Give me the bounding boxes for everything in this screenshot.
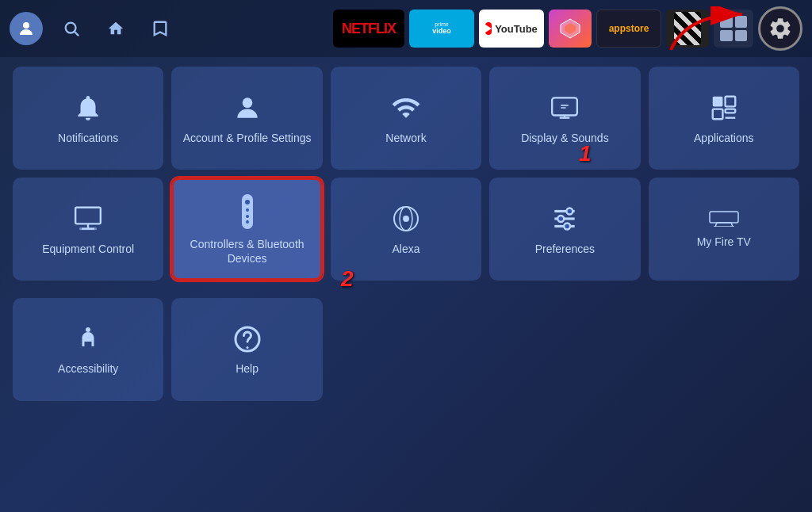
appstore-app[interactable]: appstore: [596, 10, 661, 48]
svg-rect-18: [79, 227, 97, 230]
cinema-app[interactable]: [666, 10, 709, 48]
alexa-label: Alexa: [392, 242, 419, 256]
equipment-control-label: Equipment Control: [42, 242, 134, 256]
svg-rect-15: [75, 208, 101, 224]
prime-video-app[interactable]: prime video: [409, 10, 474, 48]
controllers-bluetooth-label: Controllers & Bluetooth Devices: [182, 237, 312, 266]
prime-label: video: [432, 28, 451, 36]
appstore-label: appstore: [609, 23, 649, 34]
help-label: Help: [236, 361, 259, 376]
svg-rect-12: [725, 109, 735, 113]
bookmark-icon[interactable]: [144, 13, 176, 44]
svg-point-23: [246, 220, 249, 224]
help-tile[interactable]: Help: [171, 298, 322, 401]
alexa-tile[interactable]: Alexa: [331, 178, 481, 281]
svg-point-30: [567, 208, 573, 215]
home-icon[interactable]: [100, 13, 132, 44]
svg-point-26: [403, 216, 409, 222]
custom-app-icon: [558, 17, 582, 40]
myfiretv-tile[interactable]: My Fire TV: [649, 178, 799, 281]
display-sounds-label: Display & Sounds: [521, 131, 609, 145]
notifications-tile[interactable]: Notifications: [13, 67, 163, 170]
grid-dot-3: [720, 30, 733, 42]
account-label: Account & Profile Settings: [183, 131, 312, 145]
person-icon: [232, 93, 262, 123]
network-tile[interactable]: Network: [331, 67, 481, 170]
svg-point-6: [242, 97, 252, 108]
accessibility-tile[interactable]: Accessibility: [13, 298, 163, 401]
applications-label: Applications: [694, 131, 754, 145]
svg-point-38: [86, 327, 90, 332]
equipment-control-tile[interactable]: Equipment Control: [13, 178, 163, 281]
nav-left-icons: [10, 12, 176, 45]
svg-rect-14: [713, 109, 723, 119]
annotation-number-2: 2: [341, 266, 354, 292]
user-avatar[interactable]: [10, 12, 43, 45]
settings-button[interactable]: [758, 6, 802, 51]
svg-point-22: [246, 215, 249, 218]
app-bar: NETFLIX prime video YouTube appstore: [333, 6, 802, 51]
youtube-label: YouTube: [495, 23, 538, 35]
accessibility-icon: [74, 325, 102, 353]
grid-dot-2: [735, 16, 748, 28]
wifi-icon: [391, 93, 421, 123]
svg-rect-11: [725, 97, 735, 107]
controllers-bluetooth-tile[interactable]: Controllers & Bluetooth Devices: [171, 178, 322, 281]
search-icon[interactable]: [56, 13, 87, 44]
applications-icon: [709, 93, 739, 123]
svg-line-2: [75, 32, 79, 36]
svg-rect-7: [553, 97, 578, 115]
svg-point-31: [558, 216, 565, 222]
top-navigation: NETFLIX prime video YouTube appstore: [0, 0, 812, 57]
preferences-tile[interactable]: Preferences: [489, 178, 640, 281]
help-icon: [233, 325, 262, 353]
account-tile[interactable]: Account & Profile Settings: [171, 67, 322, 170]
settings-grid: Notifications Account & Profile Settings…: [0, 57, 812, 298]
svg-point-0: [23, 22, 29, 29]
myfiretv-label: My Fire TV: [697, 235, 751, 249]
all-apps-button[interactable]: [714, 10, 753, 48]
youtube-app[interactable]: YouTube: [479, 10, 544, 48]
netflix-app[interactable]: NETFLIX: [333, 10, 404, 48]
bell-icon: [73, 93, 103, 123]
cinema-icon: [674, 12, 701, 45]
remote-icon: [239, 194, 256, 229]
svg-point-21: [246, 208, 249, 212]
annotation-number-1: 1: [579, 141, 592, 166]
grid-dot-4: [735, 30, 748, 42]
preferences-label: Preferences: [535, 242, 595, 256]
network-label: Network: [385, 131, 426, 145]
firetv-icon: [709, 211, 739, 227]
youtube-play-icon: [485, 25, 492, 32]
display-sounds-tile[interactable]: Display & Sounds: [489, 67, 640, 170]
youtube-logo-icon: [485, 22, 492, 35]
svg-rect-33: [710, 212, 738, 223]
monitor-icon: [73, 204, 103, 234]
svg-point-40: [246, 346, 248, 349]
svg-point-1: [66, 23, 76, 33]
display-icon: [550, 93, 580, 123]
accessibility-label: Accessibility: [58, 361, 118, 376]
applications-tile[interactable]: Applications: [649, 67, 799, 170]
netflix-label: NETFLIX: [342, 21, 396, 37]
svg-point-32: [565, 224, 571, 230]
custom-app[interactable]: [549, 10, 592, 48]
gear-icon: [768, 16, 793, 41]
svg-point-20: [245, 200, 250, 204]
grid-dot-1: [720, 16, 733, 28]
sliders-icon: [550, 204, 580, 234]
svg-rect-10: [713, 97, 723, 107]
notifications-label: Notifications: [58, 131, 118, 145]
settings-row3: Accessibility Help: [0, 298, 812, 411]
alexa-icon: [391, 204, 421, 234]
